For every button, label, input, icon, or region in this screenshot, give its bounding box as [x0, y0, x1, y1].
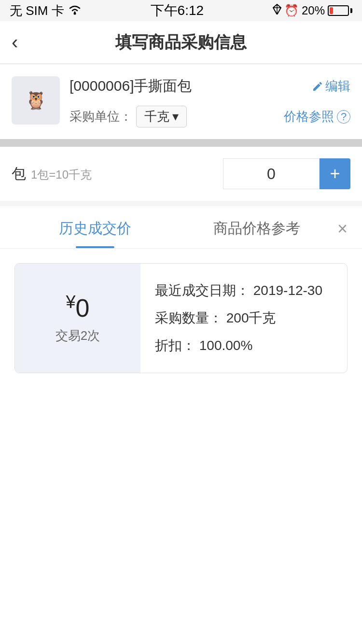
card-recent-date-row: 最近成交日期： 2019-12-30	[155, 281, 333, 300]
location-icon	[273, 4, 281, 17]
recent-date-label: 最近成交日期：	[155, 283, 250, 298]
product-unit-row: 采购单位： 千克 ▾ 价格参照 ?	[70, 106, 350, 127]
status-time: 下午6:12	[151, 1, 204, 20]
discount-label: 折扣：	[155, 338, 195, 353]
page-title: 填写商品采购信息	[115, 31, 247, 54]
main-content-area	[0, 388, 362, 644]
tabs-section: 历史成交价 商品价格参考 × ¥0 交易2次 最近成交日期： 2019-12-3…	[0, 206, 362, 388]
edit-button[interactable]: 编辑	[312, 78, 350, 95]
price-ref-button[interactable]: 价格参照 ?	[284, 108, 350, 125]
wifi-icon	[68, 3, 82, 18]
battery-percent: 20%	[302, 4, 325, 17]
tab-close-button[interactable]: ×	[337, 208, 348, 247]
product-section: 🦉 [0000006]手撕面包 编辑 采购单位： 千克 ▾ 价格参照 ?	[0, 65, 362, 139]
card-price-section: ¥0 交易2次	[15, 264, 140, 373]
quantity-conversion: 1包=10千克	[31, 167, 92, 182]
price-currency-symbol: ¥	[66, 292, 76, 312]
svg-point-0	[73, 12, 76, 14]
quantity-input[interactable]: 0	[223, 158, 320, 189]
card-details-section: 最近成交日期： 2019-12-30 采购数量： 200千克 折扣： 100.0…	[140, 264, 347, 373]
back-button[interactable]: ‹	[12, 31, 18, 53]
unit-label: 采购单位： 千克 ▾	[70, 106, 187, 127]
status-right: ⏰ 20%	[273, 4, 352, 17]
history-content: ¥0 交易2次 最近成交日期： 2019-12-30 采购数量： 200千克 折…	[0, 249, 362, 388]
unit-select-dropdown[interactable]: 千克 ▾	[136, 106, 187, 127]
tab-price-reference[interactable]: 商品价格参考	[176, 206, 337, 248]
purchase-qty-value: 200千克	[226, 310, 276, 325]
history-card: ¥0 交易2次 最近成交日期： 2019-12-30 采购数量： 200千克 折…	[14, 263, 348, 373]
chevron-down-icon: ▾	[172, 109, 179, 124]
product-header: [0000006]手撕面包 编辑	[70, 76, 350, 96]
price-ref-help-icon: ?	[337, 110, 350, 124]
nav-bar: ‹ 填写商品采购信息	[0, 21, 362, 64]
quantity-label-section: 包 1包=10千克	[12, 164, 92, 184]
card-discount-row: 折扣： 100.00%	[155, 336, 333, 355]
section-divider	[0, 139, 362, 147]
card-quantity-row: 采购数量： 200千克	[155, 308, 333, 327]
product-info: [0000006]手撕面包 编辑 采购单位： 千克 ▾ 价格参照 ?	[70, 76, 350, 127]
carrier-text: 无 SIM 卡	[10, 2, 64, 19]
quantity-input-section: 0 +	[223, 158, 350, 189]
purchase-qty-label: 采购数量：	[155, 310, 223, 325]
tabs-header: 历史成交价 商品价格参考 ×	[0, 206, 362, 249]
quantity-unit: 包	[12, 164, 26, 184]
status-left: 无 SIM 卡	[10, 2, 82, 19]
quantity-row: 包 1包=10千克 0 +	[0, 147, 362, 201]
status-bar: 无 SIM 卡 下午6:12 ⏰ 20%	[0, 0, 362, 21]
product-image-icon: 🦉	[25, 90, 47, 111]
tab-history-price[interactable]: 历史成交价	[14, 206, 176, 248]
card-trades-count: 交易2次	[56, 327, 100, 344]
battery-icon	[328, 5, 352, 16]
product-name: [0000006]手撕面包	[70, 76, 192, 96]
discount-value: 100.00%	[199, 338, 253, 353]
recent-date-value: 2019-12-30	[253, 283, 322, 298]
product-image: 🦉	[12, 76, 60, 125]
alarm-icon: ⏰	[284, 4, 299, 17]
quantity-plus-button[interactable]: +	[320, 158, 350, 189]
card-price-value: ¥0	[66, 292, 90, 322]
